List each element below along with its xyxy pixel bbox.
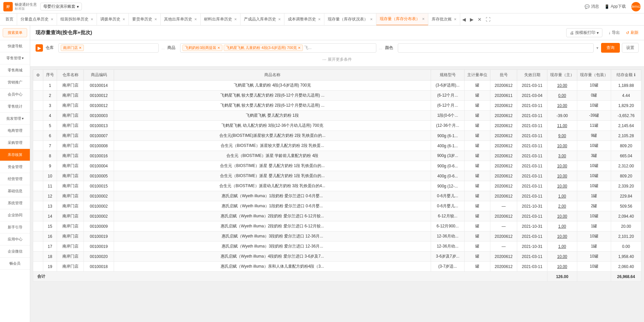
app-download-btn[interactable]: 📱 App下载	[604, 4, 626, 9]
warehouse-label: 仓库	[46, 45, 56, 51]
cell-warehouse: 南岸门店	[57, 181, 84, 191]
avatar[interactable]: demo2	[631, 2, 641, 11]
sidebar-item-ops[interactable]: 经营管理	[0, 173, 30, 185]
tab-close-requisition[interactable]: ✕	[154, 17, 157, 21]
download-icon: 📱	[604, 4, 609, 9]
tab-nav-prev[interactable]: ◀	[460, 17, 468, 22]
sidebar-item-system[interactable]: 系统管理	[0, 197, 30, 209]
sidebar-item-corp-wechat[interactable]: 企业微信	[0, 246, 30, 258]
message-btn[interactable]: 💬 消息	[585, 4, 599, 9]
cell-stock-main[interactable]: 10.00	[547, 252, 577, 262]
cell-stock-main[interactable]: 10.00	[547, 141, 577, 151]
sidebar-item-guide[interactable]: 新手引导	[0, 221, 30, 233]
product-tag-1-close[interactable]: ✕	[217, 46, 220, 50]
cell-stock-main[interactable]: 10.00	[547, 181, 577, 191]
cell-stock-pkg: 1罐	[577, 221, 611, 231]
cell-stock-pkg: 11罐	[577, 121, 611, 131]
sidebar-item-member2[interactable]: 畅会员	[0, 258, 30, 270]
filter-toggle-btn[interactable]: ▶	[36, 44, 43, 52]
tab-fullscreen[interactable]: ⛶	[484, 17, 492, 22]
tab-stock-dist[interactable]: 现存量（库存分布表） ✕	[376, 13, 428, 25]
cell-stock-main[interactable]: 10.00	[547, 80, 577, 91]
cell-stock-main[interactable]: 1.00	[547, 221, 577, 231]
sidebar-item-purchase[interactable]: 采购管理	[0, 137, 30, 149]
color-filter[interactable]	[398, 43, 594, 53]
tab-split[interactable]: 分量盘点单历史 ✕	[17, 13, 57, 25]
tab-close-all[interactable]: ✕	[476, 17, 484, 22]
sidebar-item-retail-shop[interactable]: 零售商城	[0, 64, 30, 76]
filter-divider-2: ...	[379, 46, 382, 50]
cell-stock-main[interactable]: 10.00	[547, 231, 577, 241]
tab-close-stock-status[interactable]: ✕	[370, 17, 373, 21]
sidebar-item-marketing[interactable]: 营销推广	[0, 76, 30, 89]
sidebar-item-member[interactable]: 会员中心	[0, 89, 30, 101]
sidebar-item-app-center[interactable]: 应用中心	[0, 233, 30, 246]
cell-stock-main[interactable]: 10.00	[547, 171, 577, 181]
cell-stock-main[interactable]: -39.00	[547, 111, 577, 121]
product-tag-2-close[interactable]: ✕	[298, 46, 301, 50]
cell-stock-main[interactable]: 10.00	[547, 262, 577, 272]
cell-stock-main[interactable]: 2.00	[547, 201, 577, 211]
product-filter[interactable]: 飞鹤奶粉3段两提装 ✕ 飞鹤星飞帆 儿童奶粉 4段(3-6岁适用) 700克 ✕…	[180, 43, 376, 53]
warehouse-tag-close[interactable]: ✕	[79, 46, 82, 50]
sidebar-item-base[interactable]: 基础信息	[0, 185, 30, 197]
cell-stock-main[interactable]: 10.00	[547, 161, 577, 171]
query-btn[interactable]: 查询	[601, 43, 620, 53]
cell-stock-main[interactable]: 3.00	[547, 151, 577, 161]
print-btn[interactable]: 🖨 按模板打印 ▾	[566, 28, 602, 37]
tab-disassemble[interactable]: 组装拆卸单历史 ✕	[57, 13, 97, 25]
cell-batch: —	[490, 221, 517, 231]
tab-product-in[interactable]: 产成品入库单历史 ✕	[240, 13, 284, 25]
tab-close-split[interactable]: ✕	[51, 17, 53, 21]
cell-stock-main[interactable]: 10.00	[547, 211, 577, 221]
tab-close-stock-dist[interactable]: ✕	[422, 17, 425, 21]
org-selector[interactable]: 母婴行业演示账套 ▾	[40, 3, 82, 10]
cell-settings	[33, 111, 43, 121]
tab-close-product-in[interactable]: ✕	[278, 17, 281, 21]
quick-nav-btn[interactable]: 快捷导航	[0, 42, 30, 51]
tab-batch-voucher[interactable]: 库存批次账 ✕	[428, 13, 460, 25]
tab-close-adjust[interactable]: ✕	[122, 17, 125, 21]
tab-other-out[interactable]: 其他出库单历史 ✕	[161, 13, 201, 25]
tab-material-out[interactable]: 材料出库单历史 ✕	[201, 13, 240, 25]
tab-close-material-out[interactable]: ✕	[234, 17, 237, 21]
tab-nav-next[interactable]: ▶	[468, 17, 476, 22]
cell-name: 惠氏启赋（Wyeth illuma）4段奶粉 爱尔兰进口 3-6岁及7...	[114, 252, 431, 262]
tab-home[interactable]: 首页	[2, 13, 17, 25]
col-header-num: 序号	[43, 70, 57, 80]
tab-stock-status[interactable]: 现存量（库存状况表） ✕	[324, 13, 376, 25]
sidebar-item-ecommerce[interactable]: 电商管理	[0, 125, 30, 137]
cell-stock-main[interactable]: 1.00	[547, 241, 577, 252]
settings-btn[interactable]: 设置	[622, 43, 639, 53]
tab-close-disassemble[interactable]: ✕	[91, 17, 93, 21]
tab-close-other-out[interactable]: ✕	[194, 17, 197, 21]
sidebar-item-inventory[interactable]: 库存核算	[0, 149, 30, 161]
cell-stock-main[interactable]: 9.00	[547, 131, 577, 141]
cell-stock-main[interactable]: 1.00	[547, 191, 577, 201]
tab-close-batch-voucher[interactable]: ✕	[454, 17, 457, 21]
cell-num: 17	[43, 241, 57, 252]
search-menu-btn[interactable]: 搜索菜单	[3, 28, 27, 37]
sidebar-item-finance[interactable]: 资金管理	[0, 161, 30, 173]
sidebar-item-wholesale[interactable]: 批发管理 ▾	[0, 113, 30, 125]
col-header-settings[interactable]: ⚙	[33, 70, 43, 80]
cell-num: 16	[43, 231, 57, 241]
refresh-btn[interactable]: ↺ 刷新	[626, 30, 639, 36]
sidebar-item-retail[interactable]: 零售管理 ▾	[0, 52, 30, 64]
tab-adjust[interactable]: 调拨单历史 ✕	[97, 13, 129, 25]
color-dropdown-icon[interactable]: ▾	[596, 46, 598, 50]
warehouse-filter[interactable]: 南岸门店 ✕	[58, 43, 159, 53]
tab-close-cost-adj[interactable]: ✕	[318, 17, 321, 21]
sidebar-item-collab[interactable]: 企业协同	[0, 209, 30, 221]
cell-warehouse: 南岸门店	[57, 151, 84, 161]
export-btn[interactable]: ↓ 导出	[605, 29, 623, 37]
cell-stock-main[interactable]: 0.00	[547, 91, 577, 101]
tab-cost-adj[interactable]: 成本调整单历史 ✕	[284, 13, 324, 25]
product-more[interactable]: 飞...	[304, 45, 312, 51]
cell-stock-main[interactable]: 11.00	[547, 121, 577, 131]
expand-more-btn[interactable]: ⋯ 展开更多条件	[321, 55, 353, 64]
sidebar-item-retail-stats[interactable]: 零售统计	[0, 101, 30, 113]
cell-stock-main[interactable]: 10.00	[547, 101, 577, 111]
cell-name: 惠氏启赋（Wyeth illuma）3段奶粉 爱尔兰进口 12-36月...	[114, 241, 431, 252]
tab-requisition[interactable]: 要货单历史 ✕	[129, 13, 161, 25]
